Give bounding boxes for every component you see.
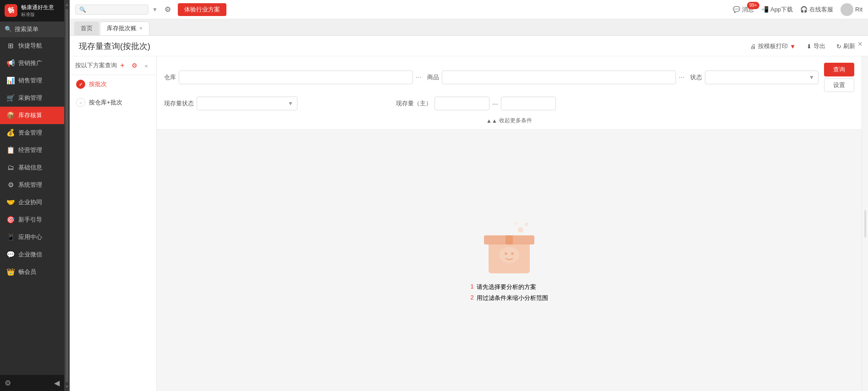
- sidebar-item-marketing[interactable]: 📢 营销推广: [0, 54, 64, 72]
- sidebar-item-sales[interactable]: 📊 销售管理: [0, 72, 64, 89]
- collapse-btn[interactable]: ▲▲ 收起更多条件: [486, 117, 532, 125]
- tabbar: 首页 库存批次账 ×: [70, 19, 868, 36]
- dropdown-arrow-icon: ▼: [809, 74, 814, 81]
- right-scrollbar: [862, 56, 868, 391]
- scheme-icon: ✓: [76, 80, 85, 89]
- warehouse-dots-btn[interactable]: ···: [416, 73, 422, 81]
- messages-btn[interactable]: 💬 消息 99+: [733, 5, 754, 14]
- app-title-group: 畅康通好生意 标准版: [21, 4, 54, 18]
- svg-point-6: [518, 227, 523, 233]
- filter-row-1: 仓库 ··· 商品 ··· 状态: [164, 63, 854, 92]
- sidebar-item-label: 系统管理: [18, 181, 42, 189]
- dropdown-arrow-icon: ▼: [288, 100, 293, 107]
- export-btn[interactable]: ⬇ 导出: [803, 40, 829, 52]
- scroll-up-arrow[interactable]: ▲: [65, 2, 69, 7]
- stock-status-label: 现存量状态: [164, 99, 194, 108]
- nav-icon: 🛒: [6, 94, 15, 102]
- right-panel: 仓库 ··· 商品 ··· 状态: [157, 56, 862, 391]
- stock-qty-filter: 现存量（主） —: [396, 97, 622, 110]
- sidebar-item-inventory[interactable]: 📦 库存核算: [0, 107, 64, 124]
- print-icon: 🖨: [750, 43, 756, 50]
- app-download-btn[interactable]: 📲 App下载: [761, 5, 793, 14]
- trial-button[interactable]: 体验行业方案: [178, 3, 226, 16]
- sidebar-item-newguide[interactable]: 🎯 新手引导: [0, 211, 64, 228]
- sidebar-item-label: 资金管理: [18, 129, 42, 137]
- sidebar-item-member[interactable]: 👑 畅会员: [0, 263, 64, 281]
- product-dots-btn[interactable]: ···: [679, 73, 685, 81]
- sidebar-footer: ⚙ ◀: [0, 375, 64, 391]
- query-btn[interactable]: 查询: [824, 63, 854, 76]
- refresh-icon: ↻: [836, 43, 841, 50]
- empty-tip-1: 1 请先选择要分析的方案: [470, 283, 548, 291]
- tip-num: 2: [470, 294, 473, 301]
- settings-icon[interactable]: ⚙: [5, 379, 11, 387]
- avatar-img: [841, 3, 853, 16]
- sidebar-item-label: 应用中心: [18, 233, 42, 241]
- message-icon: 💬: [733, 6, 740, 13]
- sidebar-item-finance[interactable]: 💰 资金管理: [0, 124, 64, 141]
- sidebar-item-label: 营销推广: [18, 59, 42, 67]
- stock-qty-from[interactable]: [434, 97, 489, 110]
- sidebar-item-label: 企业微信: [18, 250, 42, 259]
- page-close-btn[interactable]: ×: [857, 39, 863, 49]
- messages-badge: 99+: [747, 2, 759, 9]
- empty-state: 1 请先选择要分析的方案 2 用过滤条件来缩小分析范围: [157, 130, 862, 391]
- sidebar-item-enterprise[interactable]: 🤝 企业协同: [0, 194, 64, 211]
- scheme-item-by-warehouse-batch[interactable]: ○ 按仓库+批次: [70, 93, 156, 112]
- refresh-btn[interactable]: ↻ 刷新: [833, 40, 859, 52]
- sidebar-item-purchase[interactable]: 🛒 采购管理: [0, 89, 64, 107]
- user-avatar[interactable]: Rit: [841, 3, 863, 16]
- sidebar-item-quick-nav[interactable]: ⊞ 快捷导航: [0, 37, 64, 54]
- stock-status-select[interactable]: ▼: [197, 97, 297, 110]
- scheme-add-btn[interactable]: +: [118, 61, 127, 70]
- print-btn[interactable]: 🖨 按模板打印 ▼: [747, 40, 799, 52]
- stock-qty-to[interactable]: [501, 97, 556, 110]
- sidebar-search[interactable]: 🔍 搜索菜单: [0, 22, 64, 37]
- search-icon: 🔍: [79, 6, 86, 13]
- tab-close-btn[interactable]: ×: [139, 25, 143, 32]
- tip-num: 1: [470, 283, 473, 290]
- sidebar-item-system[interactable]: ⚙ 系统管理: [0, 176, 64, 194]
- nav-icon: 📦: [6, 111, 15, 119]
- status-select[interactable]: ▼: [705, 71, 819, 84]
- main-wrapper: 🔍 ▼ ⚙ 体验行业方案 💬 消息 99+ 📲 App下载 🎧 在线客服 Rit: [70, 0, 868, 391]
- sidebar-item-basic[interactable]: 🗂 基础信息: [0, 159, 64, 176]
- product-input[interactable]: [442, 71, 676, 84]
- headset-icon: 🎧: [800, 6, 808, 13]
- nav-icon: 🗂: [6, 163, 15, 172]
- stock-qty-label: 现存量（主）: [396, 99, 432, 108]
- topbar: 🔍 ▼ ⚙ 体验行业方案 💬 消息 99+ 📲 App下载 🎧 在线客服 Rit: [70, 0, 868, 19]
- sidebar-item-wechat[interactable]: 💬 企业微信: [0, 246, 64, 263]
- collapse-icon[interactable]: ◀: [54, 379, 60, 387]
- sidebar-item-operation[interactable]: 📋 经营管理: [0, 141, 64, 159]
- sidebar-item-label: 企业协同: [18, 198, 42, 206]
- warehouse-label: 仓库: [164, 73, 176, 81]
- online-service-label: 在线客服: [809, 5, 833, 14]
- scheme-settings-btn[interactable]: ⚙: [130, 61, 139, 70]
- nav-icon: 📋: [6, 146, 15, 154]
- settings-btn[interactable]: 设置: [824, 78, 854, 92]
- warehouse-input[interactable]: [179, 71, 413, 84]
- topbar-search[interactable]: 🔍: [75, 5, 148, 15]
- product-filter: 商品 ···: [427, 71, 685, 84]
- empty-illustration: [477, 216, 541, 276]
- collapse-label: 收起更多条件: [499, 117, 532, 125]
- empty-tips: 1 请先选择要分析的方案 2 用过滤条件来缩小分析范围: [470, 283, 548, 305]
- sidebar-header: 畅 畅康通好生意 标准版: [0, 0, 64, 22]
- nav-icon: 🎯: [6, 216, 15, 224]
- scheme-collapse-btn[interactable]: «: [142, 61, 151, 70]
- online-service-btn[interactable]: 🎧 在线客服: [800, 5, 833, 14]
- topbar-chevron[interactable]: ▼: [152, 6, 158, 13]
- nav-icon: ⚙: [6, 181, 15, 189]
- svg-point-7: [525, 223, 528, 226]
- topbar-gear-btn[interactable]: ⚙: [161, 3, 174, 16]
- scheme-item-by-batch[interactable]: ✓ 按批次: [70, 75, 156, 93]
- sidebar-item-appstore[interactable]: 📱 应用中心: [0, 228, 64, 246]
- sidebar-item-label: 经营管理: [18, 146, 42, 154]
- nav-icon: 💬: [6, 250, 15, 259]
- nav-icon: ⊞: [6, 42, 15, 50]
- tab-inventory-batch[interactable]: 库存批次账 ×: [100, 22, 149, 35]
- scroll-down-arrow[interactable]: ▼: [65, 384, 69, 389]
- tab-home[interactable]: 首页: [74, 22, 99, 35]
- filter-area: 仓库 ··· 商品 ··· 状态: [157, 56, 862, 130]
